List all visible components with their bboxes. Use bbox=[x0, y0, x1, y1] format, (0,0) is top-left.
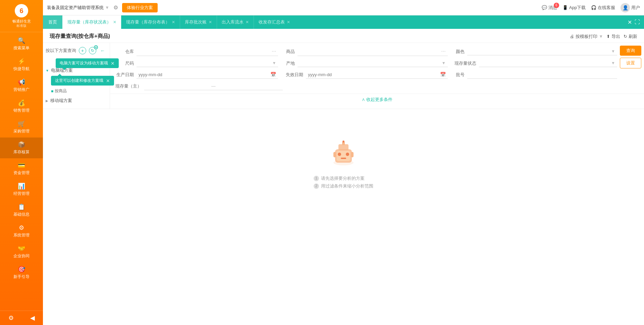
online-support-item[interactable]: 🎧 在线客服 bbox=[591, 5, 615, 11]
template-print-btn[interactable]: 🖨 按模板打印 ▼ bbox=[570, 34, 603, 40]
message-item[interactable]: 💬 消息 6 bbox=[542, 5, 557, 11]
sidebar-item-6[interactable]: 💳资金管理 bbox=[0, 158, 43, 179]
sidebar-item-9[interactable]: ⚙系统管理 bbox=[0, 221, 43, 241]
warehouse-select[interactable]: ··· bbox=[137, 47, 278, 56]
tab-batch[interactable]: 库存批次账 ✕ bbox=[180, 15, 217, 29]
tab-flow[interactable]: 出入库流水 ✕ bbox=[217, 15, 254, 29]
industry-btn[interactable]: 体验行业方案 bbox=[122, 3, 158, 12]
logo-icon: 6 bbox=[15, 4, 28, 17]
tab-close-icon[interactable]: ✕ bbox=[113, 20, 116, 24]
sidebar-item-0[interactable]: 🔍搜索菜单 bbox=[0, 34, 43, 54]
tab-expand-icon[interactable]: ⛶ bbox=[635, 19, 640, 25]
stock-main-field: 现存量（主） — bbox=[115, 82, 283, 90]
tab-close-icon[interactable]: ✕ bbox=[172, 20, 175, 24]
sidebar-item-8[interactable]: 📋基础信息 bbox=[0, 200, 43, 221]
collapse-icon: ∧ bbox=[362, 97, 365, 102]
tab-stock-distribution[interactable]: 现存量（库存分布表） ✕ bbox=[121, 15, 180, 29]
tab-close-all-icon[interactable]: ✕ bbox=[628, 19, 632, 25]
tooltip-close-2[interactable]: ✕ bbox=[106, 78, 110, 84]
nav-label-0: 搜索菜单 bbox=[13, 45, 30, 51]
refresh-btn[interactable]: ↻ 刷新 bbox=[624, 34, 637, 40]
refresh-scheme-btn[interactable]: ↻ bbox=[89, 47, 96, 54]
origin-label: 产地 bbox=[285, 60, 295, 66]
tab-summary[interactable]: 收发存汇总表 ✕ bbox=[254, 15, 295, 29]
goods-dots[interactable]: ··· bbox=[441, 48, 445, 54]
sidebar-item-3[interactable]: 💰销售管理 bbox=[0, 96, 43, 117]
tab-close-icon[interactable]: ✕ bbox=[209, 20, 212, 24]
expire-date-calendar-icon[interactable]: 📅 bbox=[440, 72, 446, 77]
nav-icon-10: 🤝 bbox=[18, 245, 25, 252]
empty-tip-2: 2 用过滤条件来缩小分析范围 bbox=[314, 182, 373, 190]
origin-select[interactable]: ▼ bbox=[298, 59, 447, 67]
settings-icon[interactable]: ⚙ bbox=[8, 314, 14, 322]
sidebar-item-4[interactable]: 🛒采购管理 bbox=[0, 117, 43, 138]
stock-status-label: 现存量状态 bbox=[454, 60, 476, 66]
search-btn-group: 查询 设置 bbox=[620, 46, 641, 68]
stock-main-label: 现存量（主） bbox=[115, 83, 142, 89]
logo-text: 畅通好生意 标准版 bbox=[12, 19, 31, 28]
collapse-bar[interactable]: ∧ 收起更多条件 bbox=[110, 94, 644, 105]
export-icon: ⬆ bbox=[606, 34, 610, 39]
expire-date-input[interactable] bbox=[308, 72, 440, 77]
scheme-panel: 按以下方案查询 + ↻ ← 电脑方案可设为移动方案哦 ✕ bbox=[43, 43, 110, 109]
user-item[interactable]: 👤 用户 bbox=[621, 3, 640, 12]
export-btn[interactable]: ⬆ 导出 bbox=[606, 34, 620, 40]
nav-label-10: 企业协同 bbox=[13, 253, 30, 259]
sidebar-item-10[interactable]: 🤝企业协同 bbox=[0, 241, 43, 262]
tip-num-1: 1 bbox=[314, 176, 319, 181]
tab-close-icon[interactable]: ✕ bbox=[246, 20, 249, 24]
empty-illustration bbox=[327, 136, 360, 169]
collapse-icon[interactable]: ◀ bbox=[30, 314, 35, 322]
tooltip-close-1[interactable]: ✕ bbox=[111, 61, 115, 66]
stock-main-input[interactable] bbox=[146, 84, 210, 89]
produce-date-input[interactable] bbox=[139, 72, 270, 77]
scheme-item-mobile[interactable]: ▶ 移动端方案 bbox=[46, 97, 107, 105]
scheme-sub-item: ■ 按商品 bbox=[46, 88, 107, 94]
warehouse-label: 仓库 bbox=[115, 49, 134, 55]
message-badge: 6 bbox=[554, 3, 559, 8]
stock-main-input-wrapper: — bbox=[144, 82, 283, 90]
filter-fields: 仓库 ··· 商品 ··· bbox=[110, 43, 644, 109]
produce-date-label: 生产日期 bbox=[115, 72, 134, 78]
stock-main-input-end[interactable] bbox=[217, 84, 281, 89]
tab-home[interactable]: 首页 bbox=[43, 15, 62, 29]
batch-label: 批号 bbox=[454, 72, 465, 78]
page-actions: 🖨 按模板打印 ▼ ⬆ 导出 ↻ 刷新 bbox=[570, 34, 637, 40]
dropdown-arrow: ▼ bbox=[599, 34, 603, 39]
nav-icon-1: ⚡ bbox=[18, 58, 25, 65]
tab-label: 出入库流水 bbox=[222, 19, 244, 25]
sidebar-item-5[interactable]: 📦库存核算 bbox=[0, 138, 43, 158]
color-select[interactable]: ▼ bbox=[467, 48, 617, 55]
sidebar-item-7[interactable]: 📊经营管理 bbox=[0, 179, 43, 200]
color-arrow: ▼ bbox=[611, 49, 615, 54]
expire-date-input-wrapper: 📅 bbox=[306, 70, 447, 79]
size-select[interactable]: ▼ bbox=[137, 59, 278, 67]
tab-stock-status[interactable]: 现存量（库存状况表） ✕ bbox=[62, 15, 121, 29]
nav-label-6: 资金管理 bbox=[13, 170, 30, 176]
app-download-item[interactable]: 📱 App下载 bbox=[562, 5, 586, 11]
tab-close-icon[interactable]: ✕ bbox=[287, 20, 290, 24]
goods-select[interactable]: ··· bbox=[298, 47, 447, 56]
size-field: 尺码 ▼ bbox=[115, 59, 278, 67]
topbar-gear-icon[interactable]: ⚙ bbox=[113, 4, 118, 11]
produce-date-field: 生产日期 📅 bbox=[115, 70, 278, 79]
produce-date-calendar-icon[interactable]: 📅 bbox=[270, 72, 276, 77]
empty-tip-1: 1 请先选择要分析的方案 bbox=[314, 174, 373, 182]
nav-label-8: 基础信息 bbox=[13, 212, 30, 217]
sidebar-item-2[interactable]: 📢营销推广 bbox=[0, 75, 43, 96]
warehouse-dots[interactable]: ··· bbox=[272, 48, 276, 54]
nav-icon-11: 🎯 bbox=[18, 266, 25, 273]
search-btn[interactable]: 查询 bbox=[620, 46, 641, 56]
stock-status-field: 现存量状态 ▼ bbox=[454, 59, 617, 67]
svg-point-10 bbox=[342, 141, 344, 143]
back-arrow-btn[interactable]: ← bbox=[99, 47, 106, 54]
goods-label: 商品 bbox=[285, 49, 295, 55]
sidebar-item-11[interactable]: 🎯新手引导 bbox=[0, 262, 43, 283]
batch-input[interactable] bbox=[469, 72, 615, 77]
svg-point-3 bbox=[338, 153, 341, 156]
sidebar-item-1[interactable]: ⚡快捷导航 bbox=[0, 54, 43, 75]
reset-btn[interactable]: 设置 bbox=[620, 58, 641, 68]
stock-status-select[interactable]: ▼ bbox=[479, 59, 617, 67]
add-scheme-btn[interactable]: + bbox=[79, 47, 86, 54]
stock-status-arrow: ▼ bbox=[611, 61, 615, 65]
